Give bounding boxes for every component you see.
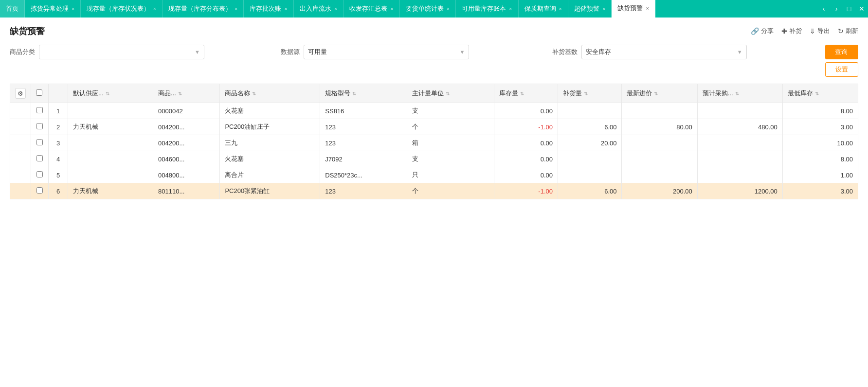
tab-exception[interactable]: 拣货异常处理 × [25, 0, 81, 18]
td-check-3[interactable] [31, 151, 49, 167]
td-product-code-0: 0000042 [153, 103, 220, 119]
tab-stock-batch-close[interactable]: × [284, 6, 287, 12]
th-stock[interactable]: 库存量⇅ [494, 84, 558, 103]
replenish-base-value: 安全库存 [586, 48, 611, 56]
table-row: 5 004800... 离合片 DS250*23c... 只 0.00 1.00 [10, 167, 858, 183]
td-est-purchase-1: 480.00 [697, 119, 782, 135]
datasource-label: 数据源 [281, 48, 300, 56]
tab-stock-dist-label: 现存量（库存分布表） [168, 4, 232, 13]
refresh-label: 刷新 [846, 27, 858, 35]
tab-restore-btn[interactable]: □ [843, 0, 855, 18]
th-settings[interactable]: ⚙ [10, 84, 31, 103]
tab-expiry[interactable]: 保质期查询 × [519, 0, 568, 18]
settings-button[interactable]: 设置 [825, 62, 858, 77]
td-settings-3 [10, 151, 31, 167]
datasource-select[interactable]: 可用量 ▼ [304, 45, 469, 59]
td-est-purchase-3 [697, 151, 782, 167]
tab-inout-flow-close[interactable]: × [334, 6, 337, 12]
row-checkbox-0[interactable] [36, 107, 43, 113]
tab-close-btn[interactable]: ✕ [855, 0, 868, 18]
td-seq-4: 5 [49, 167, 68, 183]
td-stock-5: -1.00 [494, 183, 558, 199]
page-header: 缺货预警 🔗 分享 ✚ 补货 ⇓ 导出 ↻ 刷新 [10, 25, 858, 37]
tab-shortage[interactable]: 缺货预警 × [612, 0, 655, 18]
th-product-name-label: 商品名称⇅ [225, 89, 256, 97]
tab-receive-summary[interactable]: 收发存汇总表 × [344, 0, 399, 18]
replenish-btn[interactable]: ✚ 补货 [781, 27, 802, 35]
td-supplier-3 [68, 151, 153, 167]
td-stock-3: 0.00 [494, 151, 558, 167]
tab-avail-ledger[interactable]: 可用量库存账本 × [456, 0, 518, 18]
query-button[interactable]: 查询 [825, 45, 858, 59]
td-check-1[interactable] [31, 119, 49, 135]
share-icon: 🔗 [751, 27, 759, 35]
tab-stock-status[interactable]: 现存量（库存状况表） × [81, 0, 162, 18]
td-check-4[interactable] [31, 167, 49, 183]
th-spec[interactable]: 规格型号⇅ [320, 84, 407, 103]
tab-next-btn[interactable]: › [830, 0, 843, 18]
tab-inout-flow[interactable]: 出入库流水 × [294, 0, 344, 18]
tab-shortage-close[interactable]: × [646, 5, 649, 11]
td-spec-4: DS250*23c... [320, 167, 407, 183]
th-product-name[interactable]: 商品名称⇅ [220, 84, 320, 103]
th-unit[interactable]: 主计量单位⇅ [407, 84, 494, 103]
tab-receive-summary-close[interactable]: × [390, 6, 393, 12]
tab-stock-dist-close[interactable]: × [235, 6, 237, 12]
tab-receive-summary-label: 收发存汇总表 [349, 4, 387, 13]
tab-exception-close[interactable]: × [72, 6, 74, 12]
th-min-stock[interactable]: 最低库存⇅ [782, 84, 858, 103]
row-checkbox-1[interactable] [36, 123, 43, 129]
tab-order-stat-label: 要货单统计表 [406, 4, 444, 13]
td-min-stock-1: 3.00 [782, 119, 858, 135]
tab-home[interactable]: 首页 [0, 0, 25, 18]
page-container: 缺货预警 🔗 分享 ✚ 补货 ⇓ 导出 ↻ 刷新 商品分类 [0, 18, 868, 387]
row-checkbox-3[interactable] [36, 155, 43, 161]
th-product-code[interactable]: 商品...⇅ [153, 84, 220, 103]
tab-expiry-close[interactable]: × [559, 6, 562, 12]
td-check-2[interactable] [31, 135, 49, 151]
tab-stock-batch[interactable]: 库存批次账 × [244, 0, 293, 18]
table-row: 6 力天机械 801110... PC200张紧油缸 123 个 -1.00 6… [10, 183, 858, 199]
td-seq-0: 1 [49, 103, 68, 119]
th-min-stock-label: 最低库存⇅ [788, 89, 819, 97]
th-checkbox[interactable] [31, 84, 49, 103]
category-select[interactable]: ▼ [39, 45, 204, 59]
share-btn[interactable]: 🔗 分享 [751, 27, 774, 35]
th-replenish-qty-label: 补货量⇅ [563, 89, 588, 97]
refresh-btn[interactable]: ↻ 刷新 [838, 27, 858, 35]
table-header-row: ⚙ 默认供应...⇅ 商品...⇅ 商品名称⇅ 规格型号⇅ [10, 84, 858, 103]
td-min-stock-4: 1.00 [782, 167, 858, 183]
tab-order-stat-close[interactable]: × [447, 6, 450, 12]
td-supplier-2 [68, 135, 153, 151]
table-gear-icon[interactable]: ⚙ [15, 88, 26, 99]
th-est-purchase[interactable]: 预计采购...⇅ [697, 84, 782, 103]
replenish-base-label: 补货基数 [552, 48, 578, 56]
th-latest-price[interactable]: 最新进价⇅ [622, 84, 697, 103]
th-est-purchase-label: 预计采购...⇅ [703, 89, 739, 97]
select-all-checkbox[interactable] [36, 89, 42, 96]
replenish-base-select[interactable]: 安全库存 ▼ [581, 45, 747, 59]
tab-overstock[interactable]: 超储预警 × [568, 0, 612, 18]
th-replenish-qty[interactable]: 补货量⇅ [558, 84, 622, 103]
row-checkbox-2[interactable] [36, 139, 43, 145]
row-checkbox-5[interactable] [36, 187, 43, 194]
tab-order-stat[interactable]: 要货单统计表 × [400, 0, 456, 18]
export-btn[interactable]: ⇓ 导出 [810, 27, 830, 35]
th-supplier[interactable]: 默认供应...⇅ [68, 84, 153, 103]
td-supplier-5: 力天机械 [68, 183, 153, 199]
td-latest-price-1: 80.00 [622, 119, 697, 135]
tab-stock-dist[interactable]: 现存量（库存分布表） × [163, 0, 244, 18]
tab-inout-flow-label: 出入库流水 [300, 4, 331, 13]
tab-stock-status-close[interactable]: × [153, 6, 156, 12]
tab-prev-btn[interactable]: ‹ [817, 0, 830, 18]
tab-expiry-label: 保质期查询 [524, 4, 556, 13]
td-spec-1: 123 [320, 119, 407, 135]
td-check-0[interactable] [31, 103, 49, 119]
row-checkbox-4[interactable] [36, 171, 43, 177]
td-seq-1: 2 [49, 119, 68, 135]
td-supplier-1: 力天机械 [68, 119, 153, 135]
tab-overstock-close[interactable]: × [602, 6, 605, 12]
th-unit-label: 主计量单位⇅ [412, 89, 450, 97]
tab-avail-ledger-close[interactable]: × [509, 6, 512, 12]
td-check-5[interactable] [31, 183, 49, 199]
